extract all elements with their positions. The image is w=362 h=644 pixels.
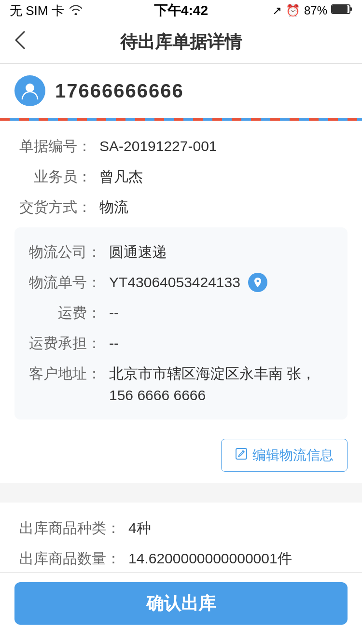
document-number-row: 单据编号： SA-20191227-001 — [19, 135, 343, 157]
freight-value: -- — [109, 302, 333, 323]
tracking-label: 物流单号： — [29, 271, 101, 293]
freight-bear-label: 运费承担： — [29, 332, 101, 354]
company-row: 物流公司： 圆通速递 — [29, 241, 333, 263]
address-label: 客户地址： — [29, 363, 101, 384]
carrier-label: 无 SIM 卡 — [10, 2, 64, 19]
edit-icon — [235, 448, 248, 463]
freight-row: 运费： -- — [29, 302, 333, 323]
quantity-row: 出库商品数量： 14.6200000000000001件 — [19, 547, 343, 569]
kind-label: 出库商品种类： — [19, 517, 121, 539]
confirm-button[interactable]: 确认出库 — [14, 582, 348, 625]
logistics-section: 物流公司： 圆通速递 物流单号： YT43064053424133 运费： -- — [0, 218, 362, 429]
document-info-section: 单据编号： SA-20191227-001 业务员： 曾凡杰 交货方式： 物流 — [0, 121, 362, 218]
logistics-card: 物流公司： 圆通速递 物流单号： YT43064053424133 运费： -- — [14, 227, 348, 420]
svg-rect-1 — [350, 7, 352, 11]
confirm-label: 确认出库 — [146, 592, 216, 616]
tracking-number: YT43064053424133 — [109, 271, 240, 293]
kind-row: 出库商品种类： 4种 — [19, 517, 343, 539]
document-number-label: 单据编号： — [19, 135, 92, 157]
confirm-section: 确认出库 — [0, 572, 362, 644]
address-value: 北京市市辖区海淀区永丰南 张，156 6666 6666 — [109, 363, 333, 406]
edit-logistics-row: 编辑物流信息 — [0, 429, 362, 483]
tracking-row: 物流单号： YT43064053424133 — [29, 271, 333, 293]
wifi-icon — [69, 3, 83, 18]
status-left: 无 SIM 卡 — [10, 2, 83, 19]
svg-rect-4 — [236, 448, 247, 459]
delivery-label: 交货方式： — [19, 196, 92, 218]
edit-logistics-label: 编辑物流信息 — [252, 446, 334, 464]
battery-icon — [331, 4, 352, 17]
delivery-row: 交货方式： 物流 — [19, 196, 343, 218]
back-button[interactable] — [14, 31, 25, 54]
location-status-icon: ↗ — [272, 4, 282, 17]
edit-logistics-button[interactable]: 编辑物流信息 — [221, 439, 348, 472]
tracking-value: YT43064053424133 — [109, 271, 333, 293]
nav-bar: 待出库单据详情 — [0, 21, 362, 64]
page-title: 待出库单据详情 — [120, 30, 242, 54]
document-number-value: SA-20191227-001 — [99, 135, 343, 157]
company-label: 物流公司： — [29, 241, 101, 263]
battery-label: 87% — [304, 4, 327, 17]
customer-phone: 17666666666 — [55, 80, 184, 102]
freight-bear-value: -- — [109, 332, 333, 354]
quantity-label: 出库商品数量： — [19, 547, 121, 569]
svg-point-3 — [26, 84, 34, 92]
stats-section: 出库商品种类： 4种 出库商品数量： 14.6200000000000001件 — [0, 503, 362, 584]
section-separator — [0, 483, 362, 493]
avatar — [14, 75, 45, 106]
quantity-value: 14.6200000000000001件 — [128, 547, 343, 569]
address-row: 客户地址： 北京市市辖区海淀区永丰南 张，156 6666 6666 — [29, 363, 333, 406]
agent-label: 业务员： — [19, 166, 92, 187]
status-bar: 无 SIM 卡 下午4:42 ↗ ⏰ 87% — [0, 0, 362, 21]
tracking-location-icon[interactable] — [248, 273, 267, 292]
company-value: 圆通速递 — [109, 241, 333, 263]
status-time: 下午4:42 — [154, 1, 208, 20]
agent-value: 曾凡杰 — [99, 166, 343, 187]
alarm-icon: ⏰ — [286, 4, 300, 17]
freight-bear-row: 运费承担： -- — [29, 332, 333, 354]
kind-value: 4种 — [128, 517, 343, 539]
freight-label: 运费： — [29, 302, 101, 323]
svg-rect-2 — [332, 5, 348, 13]
delivery-value: 物流 — [99, 196, 343, 218]
status-right: ↗ ⏰ 87% — [272, 4, 352, 17]
customer-header: 17666666666 — [0, 64, 362, 118]
agent-row: 业务员： 曾凡杰 — [19, 166, 343, 187]
